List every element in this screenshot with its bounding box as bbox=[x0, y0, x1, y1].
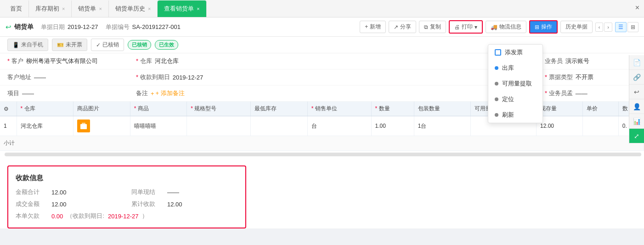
dropdown-add-invoice[interactable]: 添发票 bbox=[488, 45, 542, 60]
payment-title: 收款信息 bbox=[16, 174, 238, 182]
toolbar: ↩ 销货单 单据日期 2019-12-27 单据编号 SA-20191227-0… bbox=[0, 17, 644, 37]
logistics-button[interactable]: 🚚 物流信息 bbox=[486, 21, 526, 33]
doc-icon: ↩ bbox=[6, 23, 11, 31]
staff2-field: 业务员孟 —— bbox=[545, 89, 637, 97]
address-label: 客户地址 bbox=[7, 73, 31, 81]
project-label: 项目 bbox=[7, 89, 19, 97]
sold-out-badge: 已核销 bbox=[128, 40, 151, 50]
copy-button[interactable]: ⧉ 复制 bbox=[419, 21, 446, 33]
share-button[interactable]: ↗ 分享 bbox=[389, 21, 416, 33]
address-field: 客户地址 —— bbox=[7, 73, 99, 81]
data-table-container: ⚙ * 仓库 商品图片 * 商品 * 规格型号 最低库存 * 销售单位 * 数量… bbox=[0, 102, 644, 158]
verify-button[interactable]: ✓ 已核销 bbox=[91, 39, 124, 51]
col-header-spec: * 规格型号 bbox=[187, 102, 251, 116]
row-unit: 台 bbox=[307, 116, 371, 136]
tab-bar: 首页 库存期初 × 销货单 × 销货单历史 × 查看销货单 × × bbox=[0, 0, 644, 17]
staff-label: 业务员 bbox=[545, 57, 563, 65]
transaction-amount-label: 成交金额 bbox=[16, 200, 48, 208]
main-content: 客户 柳州粤港平安气体有限公司 仓库 河北仓库 业务员 演示账号 客户地址 ——… bbox=[0, 53, 644, 228]
right-icon-back[interactable]: ↩ bbox=[629, 85, 644, 99]
right-icon-chart[interactable]: 📊 bbox=[629, 114, 644, 129]
tab-inventory[interactable]: 库存期初 × bbox=[29, 0, 72, 17]
right-icon-user[interactable]: 👤 bbox=[629, 99, 644, 114]
row-stock: 12.00 bbox=[537, 116, 583, 136]
col-header-min-stock: 最低库存 bbox=[251, 102, 308, 116]
print-button[interactable]: 🖨 打印 ▾ bbox=[449, 20, 483, 34]
svg-rect-1 bbox=[82, 123, 85, 125]
staff-value: 演示账号 bbox=[565, 57, 589, 65]
doc-type: ↩ 销货单 bbox=[6, 23, 34, 31]
window-close-button[interactable]: × bbox=[635, 4, 639, 12]
tab-view-sales-close[interactable]: × bbox=[197, 6, 199, 11]
payment-date-label: 收款到期日 bbox=[136, 73, 170, 81]
cumulative-receipt-label: 累计收款 bbox=[131, 200, 164, 208]
note-field: 备注 + + 添加备注 bbox=[136, 89, 228, 97]
cumulative-receipt-row: 累计收款 12.00 bbox=[131, 200, 238, 208]
ticket-type-label: 票据类型 bbox=[545, 73, 573, 81]
subtotal-label: 小计 bbox=[0, 136, 644, 151]
prev-button[interactable]: ‹ bbox=[595, 23, 604, 32]
right-icon-expand[interactable]: ⤢ bbox=[629, 129, 644, 143]
list-view-button[interactable]: ☰ bbox=[615, 22, 627, 32]
new-button[interactable]: + 新增 bbox=[360, 21, 385, 33]
tab-sales-history-close[interactable]: × bbox=[148, 6, 151, 11]
customer-label: 客户 bbox=[7, 57, 23, 65]
customer-field: 客户 柳州粤港平安气体有限公司 bbox=[7, 57, 99, 65]
tab-sales-order-close[interactable]: × bbox=[99, 6, 102, 11]
grid-view-button[interactable]: ⊞ bbox=[627, 22, 638, 32]
tab-sales-order[interactable]: 销货单 × bbox=[72, 0, 108, 17]
staff2-value: —— bbox=[576, 90, 588, 97]
doc-date-value: 2019-12-27 bbox=[68, 23, 98, 30]
dropdown-ship-out[interactable]: 出库 bbox=[488, 60, 542, 76]
dropdown-locate[interactable]: 定位 bbox=[488, 91, 542, 107]
col-header-pack-qty: 包装数量 bbox=[414, 102, 471, 116]
tab-inventory-close[interactable]: × bbox=[62, 6, 65, 11]
total-amount-value: 12.00 bbox=[51, 189, 67, 196]
next-button[interactable]: › bbox=[604, 23, 612, 32]
ticket-icon: 🎫 bbox=[57, 42, 64, 48]
refresh-icon bbox=[495, 113, 498, 117]
warehouse-value: 河北仓库 bbox=[155, 57, 179, 65]
table-header-row: ⚙ * 仓库 商品图片 * 商品 * 规格型号 最低库存 * 销售单位 * 数量… bbox=[0, 102, 644, 116]
operations-dropdown: 添发票 出库 可用量提取 定位 刷新 bbox=[488, 44, 543, 123]
dropdown-refresh[interactable]: 刷新 bbox=[488, 107, 542, 123]
right-icon-doc[interactable]: 📄 bbox=[629, 55, 644, 70]
scrollbar[interactable] bbox=[0, 151, 644, 158]
nav-arrows: ‹ › bbox=[595, 23, 612, 32]
history-button[interactable]: 历史单据 bbox=[560, 21, 593, 33]
action-buttons: + 新增 ↗ 分享 ⧉ 复制 🖨 打印 ▾ 🚚 物流信息 ⊞ 操作 bbox=[360, 20, 638, 34]
view-switch: ☰ ⊞ bbox=[615, 22, 638, 32]
effective-badge: 已生效 bbox=[155, 40, 178, 50]
tab-home[interactable]: 首页 bbox=[4, 0, 29, 17]
cumulative-receipt-value: 12.00 bbox=[167, 201, 182, 208]
doc-info: ↩ 销货单 单据日期 2019-12-27 单据编号 SA-20191227-0… bbox=[6, 23, 355, 31]
due-date-value: 2019-12-27 bbox=[108, 213, 139, 220]
copy-icon: ⧉ bbox=[424, 24, 428, 30]
customer-value: 柳州粤港平安气体有限公司 bbox=[26, 57, 98, 65]
payment-info-box: 收款信息 金额合计 12.00 同单现结 —— 成交金额 12.00 累计收款 … bbox=[7, 165, 246, 228]
dropdown-available-qty[interactable]: 可用量提取 bbox=[488, 76, 542, 91]
payment-grid: 金额合计 12.00 同单现结 —— 成交金额 12.00 累计收款 12.00… bbox=[16, 188, 238, 220]
subtotal-row: 小计 bbox=[0, 136, 644, 151]
operations-button[interactable]: ⊞ 操作 bbox=[529, 20, 558, 34]
total-amount-row: 金额合计 12.00 bbox=[16, 188, 122, 196]
not-open-button[interactable]: 🎫 未开票 bbox=[52, 39, 87, 51]
add-note-button[interactable]: + + 添加备注 bbox=[151, 89, 185, 97]
from-phone-button[interactable]: 📱 来自手机 bbox=[7, 39, 48, 51]
right-icon-link[interactable]: 🔗 bbox=[629, 70, 644, 85]
warehouse-field: 仓库 河北仓库 bbox=[136, 57, 228, 65]
row-min-stock bbox=[251, 116, 308, 136]
staff-field: 业务员 演示账号 bbox=[545, 57, 637, 65]
current-owe-value: 0.00 bbox=[51, 213, 63, 220]
tab-view-sales[interactable]: 查看销货单 × bbox=[158, 0, 206, 17]
form-row-3: 项目 —— 备注 + + 添加备注 业务员孟 —— bbox=[0, 85, 644, 102]
row-product-img bbox=[73, 116, 130, 136]
doc-number-value: SA-20191227-001 bbox=[132, 23, 181, 30]
tab-sales-history[interactable]: 销货单历史 × bbox=[109, 0, 158, 17]
phone-icon: 📱 bbox=[12, 42, 19, 48]
current-owe-label: 本单欠款 bbox=[16, 212, 48, 220]
ticket-type-field: 票据类型 不开票 bbox=[545, 73, 637, 81]
row-product: 嘻嘻嘻嘻 bbox=[130, 116, 187, 136]
col-header-product: * 商品 bbox=[130, 102, 187, 116]
staff2-label: 业务员孟 bbox=[545, 89, 573, 97]
